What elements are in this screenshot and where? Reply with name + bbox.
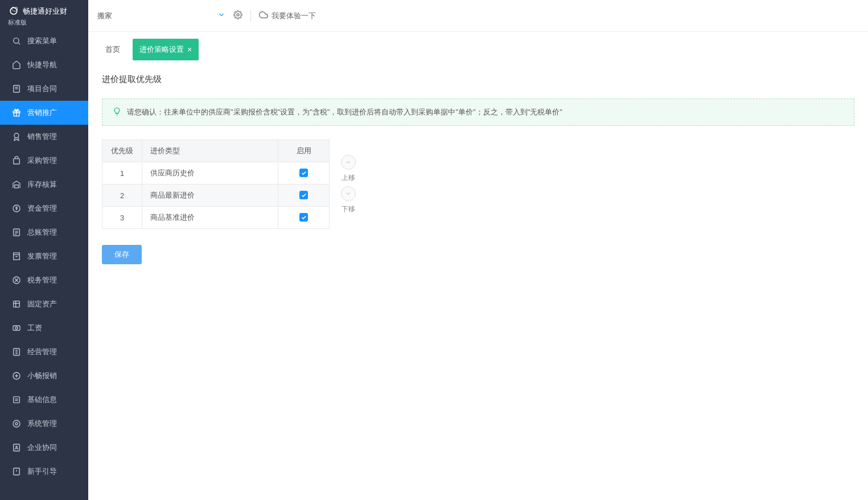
sidebar-item-7[interactable]: 资金管理 <box>0 196 88 220</box>
collab-icon <box>11 442 22 453</box>
table-row[interactable]: 3商品基准进价 <box>102 207 330 229</box>
ledger-icon <box>11 227 22 237</box>
svg-line-2 <box>18 43 20 44</box>
svg-rect-24 <box>13 326 20 330</box>
tabs-bar: 首页进价策略设置× <box>88 32 868 60</box>
move-up-label: 上移 <box>342 173 355 183</box>
tax-icon <box>11 275 22 285</box>
sidebar-item-label: 采购管理 <box>27 155 57 166</box>
asset-icon <box>11 299 22 309</box>
sidebar-item-18[interactable]: 新手引导 <box>0 460 88 483</box>
sidebar-item-label: 发票管理 <box>27 251 57 261</box>
cell-type: 商品基准进价 <box>142 207 278 229</box>
sidebar-item-2[interactable]: 项目合同 <box>0 77 88 101</box>
org-selector[interactable]: 搬家 <box>97 9 225 23</box>
checkbox[interactable] <box>299 191 308 199</box>
svg-point-37 <box>16 446 18 448</box>
close-icon[interactable]: × <box>187 45 192 54</box>
cell-priority: 3 <box>102 207 142 229</box>
move-down-label: 下移 <box>342 204 355 214</box>
sidebar-item-10[interactable]: 税务管理 <box>0 268 88 292</box>
sidebar-item-label: 经营管理 <box>27 347 57 357</box>
sidebar-item-5[interactable]: 采购管理 <box>0 149 88 173</box>
settings-icon[interactable] <box>233 10 242 21</box>
save-button[interactable]: 保存 <box>102 245 142 264</box>
sidebar-item-label: 营销推广 <box>27 108 57 118</box>
brand-name: 畅捷通好业财 <box>23 6 67 17</box>
svg-point-1 <box>14 38 19 43</box>
move-up-button[interactable] <box>341 155 356 170</box>
cell-priority: 1 <box>102 162 142 185</box>
col-enabled: 启用 <box>278 140 330 162</box>
svg-rect-31 <box>14 397 20 403</box>
svg-rect-21 <box>14 301 20 308</box>
cell-enabled <box>278 207 330 229</box>
search-icon <box>11 36 22 46</box>
cloud-icon <box>259 10 268 21</box>
sidebar-item-12[interactable]: 工资 <box>0 316 88 340</box>
home-icon <box>11 60 22 70</box>
badge-icon <box>11 132 22 142</box>
sidebar-item-label: 资金管理 <box>27 203 57 214</box>
system-icon <box>11 419 22 429</box>
sidebar-item-label: 税务管理 <box>27 275 57 285</box>
sidebar-item-11[interactable]: 固定资产 <box>0 292 88 316</box>
sidebar-item-label: 快捷导航 <box>27 60 57 70</box>
tab-0[interactable]: 首页 <box>97 39 128 60</box>
sidebar-item-8[interactable]: 总账管理 <box>0 220 88 244</box>
svg-point-9 <box>14 133 19 138</box>
bag-icon <box>11 155 22 166</box>
priority-table: 优先级 进价类型 启用 1供应商历史价2商品最新进价3商品基准进价 <box>102 140 330 229</box>
sidebar-item-3[interactable]: 营销推广 <box>0 101 88 125</box>
sidebar-item-label: 固定资产 <box>27 299 57 309</box>
move-down-button[interactable] <box>341 186 356 201</box>
biz-icon <box>11 347 22 357</box>
sidebar-menu: 搜索菜单快捷导航项目合同营销推广销售管理采购管理库存核算资金管理总账管理发票管理… <box>0 29 88 483</box>
sidebar-item-label: 销售管理 <box>27 132 57 142</box>
chevron-down-icon <box>217 11 225 21</box>
svg-point-25 <box>15 327 18 329</box>
table-row[interactable]: 2商品最新进价 <box>102 185 330 207</box>
table-row[interactable]: 1供应商历史价 <box>102 162 330 185</box>
sidebar-item-1[interactable]: 快捷导航 <box>0 53 88 77</box>
svg-point-34 <box>15 423 18 425</box>
svg-rect-10 <box>14 159 20 164</box>
col-priority: 优先级 <box>102 140 142 162</box>
sidebar-item-label: 小畅报销 <box>27 371 57 381</box>
experience-link[interactable]: 我要体验一下 <box>259 10 316 21</box>
cell-enabled <box>278 185 330 207</box>
sidebar-item-15[interactable]: 基础信息 <box>0 388 88 412</box>
checkbox[interactable] <box>299 169 308 177</box>
expense-icon <box>11 371 22 381</box>
brand-area: 畅捷通好业财 标准版 <box>0 0 88 29</box>
lightbulb-icon <box>113 107 121 117</box>
sidebar-item-13[interactable]: 经营管理 <box>0 340 88 364</box>
divider <box>250 10 251 22</box>
brand-edition: 标准版 <box>8 18 80 27</box>
money-icon <box>11 203 22 214</box>
sidebar-item-label: 工资 <box>27 323 42 333</box>
sidebar-item-4[interactable]: 销售管理 <box>0 125 88 149</box>
tab-1[interactable]: 进价策略设置× <box>133 39 199 60</box>
sidebar-item-14[interactable]: 小畅报销 <box>0 364 88 388</box>
page-title: 进价提取优先级 <box>102 74 854 85</box>
tab-label: 进价策略设置 <box>139 44 184 55</box>
salary-icon <box>11 323 22 333</box>
sidebar-item-label: 库存核算 <box>27 179 57 190</box>
svg-rect-11 <box>15 185 19 188</box>
cell-priority: 2 <box>102 185 142 207</box>
sidebar-item-16[interactable]: 系统管理 <box>0 412 88 436</box>
org-name: 搬家 <box>97 11 112 21</box>
guide-icon <box>11 466 22 477</box>
sidebar-item-6[interactable]: 库存核算 <box>0 173 88 196</box>
checkbox[interactable] <box>299 213 308 222</box>
svg-point-35 <box>13 420 20 427</box>
sidebar: 畅捷通好业财 标准版 搜索菜单快捷导航项目合同营销推广销售管理采购管理库存核算资… <box>0 0 88 500</box>
notice-text: 请您确认：往来单位中的供应商"采购报价含税"设置，为"含税"，取到进价后将自动带… <box>127 107 562 117</box>
sidebar-item-17[interactable]: 企业协同 <box>0 436 88 460</box>
cell-type: 供应商历史价 <box>142 162 278 185</box>
page-content: 进价提取优先级 请您确认：往来单位中的供应商"采购报价含税"设置，为"含税"，取… <box>88 60 868 278</box>
sidebar-item-label: 基础信息 <box>27 395 57 405</box>
sidebar-item-9[interactable]: 发票管理 <box>0 244 88 268</box>
sidebar-item-0[interactable]: 搜索菜单 <box>0 29 88 53</box>
